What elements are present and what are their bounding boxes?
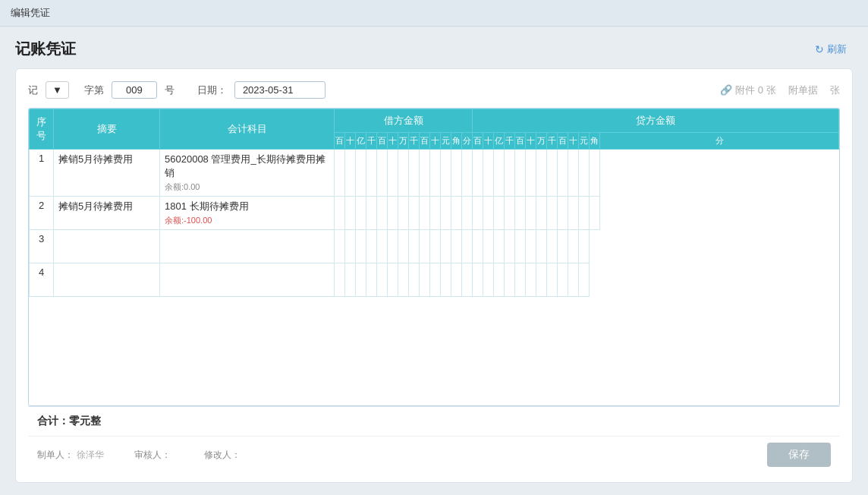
col-debit-header: 借方金额	[335, 109, 473, 133]
row1-subject-name: 56020008 管理费用_长期待摊费用摊销	[165, 153, 329, 180]
debit-digit-bai2: 百	[377, 133, 388, 150]
page-title: 记账凭证	[15, 39, 76, 59]
debit-digit-bai1: 百	[335, 133, 345, 150]
page-header: 记账凭证 ↻ 刷新	[15, 39, 853, 59]
credit-digit-yi: 亿	[494, 133, 505, 150]
voucher-table: 序号 摘要 会计科目 借方金额 贷方金额 百 十 亿 千 百 十	[29, 109, 839, 297]
debit-digit-shi2: 十	[388, 133, 398, 150]
credit-digit-bai1: 百	[473, 133, 483, 150]
row4-summary[interactable]	[54, 263, 160, 297]
voucher-type-dropdown[interactable]: ▼	[46, 81, 69, 99]
credit-digit-qian1: 千	[505, 133, 515, 150]
total-row: 合计：零元整	[28, 406, 840, 436]
credit-digit-bai3: 百	[558, 133, 568, 150]
credit-digit-shi1: 十	[483, 133, 494, 150]
debit-digit-jiao: 角	[451, 133, 462, 150]
date-label: 日期：	[197, 84, 227, 97]
debit-digit-yi: 亿	[356, 133, 366, 150]
total-label: 合计：零元整	[37, 415, 101, 427]
debit-digit-qian1: 千	[366, 133, 377, 150]
debit-digit-wan: 万	[398, 133, 409, 150]
modifier-item: 修改人：	[204, 449, 244, 462]
row1-summary[interactable]: 摊销5月待摊费用	[54, 150, 160, 197]
col-summary-header: 摘要	[54, 109, 160, 150]
fudanjv-link[interactable]: 附单据	[788, 84, 818, 97]
creator-item: 制单人： 徐泽华	[37, 449, 104, 462]
row3-seq: 3	[30, 230, 54, 263]
attach-count: 0	[758, 84, 763, 96]
creator-label: 制单人：	[37, 449, 74, 462]
row2-subject[interactable]: 1801 长期待摊费用 余额:-100.00	[160, 197, 335, 230]
credit-digit-jiao: 角	[590, 133, 600, 150]
row3-subject[interactable]	[160, 230, 335, 263]
row1-subject[interactable]: 56020008 管理费用_长期待摊费用摊销 余额:0.00	[160, 150, 335, 197]
credit-digit-fen: 分	[600, 133, 839, 150]
footer-row: 制单人： 徐泽华 审核人： 修改人： 保存	[28, 436, 840, 470]
row1-balance: 余额:0.00	[165, 181, 329, 193]
attach-zhang: 张	[766, 84, 776, 97]
credit-digit-wan: 万	[536, 133, 547, 150]
table-row: 2 摊销5月待摊费用 1801 长期待摊费用 余额:-100.00	[30, 197, 839, 230]
col-credit-header: 贷方金额	[473, 109, 839, 133]
creator-value: 徐泽华	[77, 449, 104, 462]
zhang-text: 张	[830, 84, 840, 97]
hao-label: 号	[165, 84, 175, 97]
attach-icon: 🔗	[720, 84, 732, 96]
credit-digit-shi2: 十	[526, 133, 536, 150]
debit-digit-yuan: 元	[441, 133, 451, 150]
refresh-icon: ↻	[815, 43, 824, 55]
row2-seq: 2	[30, 197, 54, 230]
attach-link[interactable]: 🔗 附件 0 张	[720, 84, 776, 97]
debit-digit-shi3: 十	[430, 133, 441, 150]
refresh-label: 刷新	[827, 43, 847, 56]
credit-digit-yuan: 元	[579, 133, 590, 150]
auditor-label: 审核人：	[134, 449, 171, 462]
table-row: 4	[30, 263, 839, 297]
table-row: 3	[30, 230, 839, 263]
zi-label: 字第	[84, 84, 104, 97]
table-row: 1 摊销5月待摊费用 56020008 管理费用_长期待摊费用摊销 余额:0.0…	[30, 150, 839, 197]
refresh-button[interactable]: ↻ 刷新	[809, 39, 853, 59]
row3-summary[interactable]	[54, 230, 160, 263]
credit-digit-qian2: 千	[547, 133, 558, 150]
debit-digit-shi1: 十	[345, 133, 356, 150]
voucher-controls: 记 ▼ 字第 号 日期： 🔗 附件 0 张 附单据 张	[28, 81, 840, 99]
row2-summary[interactable]: 摊销5月待摊费用	[54, 197, 160, 230]
row2-balance: 余额:-100.00	[165, 215, 329, 226]
row4-seq: 4	[30, 263, 54, 297]
window-title: 编辑凭证	[11, 7, 50, 18]
save-btn-wrap: 保存	[767, 443, 831, 467]
voucher-card: 记 ▼ 字第 号 日期： 🔗 附件 0 张 附单据 张	[15, 68, 853, 483]
debit-digit-fen: 分	[462, 133, 473, 150]
credit-digit-bai2: 百	[515, 133, 526, 150]
attach-label: 附件	[735, 84, 755, 97]
window: 编辑凭证 记账凭证 ↻ 刷新 记 ▼ 字第 号 日期：	[0, 0, 868, 495]
col-seq-header: 序号	[30, 109, 54, 150]
modifier-label: 修改人：	[204, 449, 241, 462]
main-content: 记账凭证 ↻ 刷新 记 ▼ 字第 号 日期： 🔗	[0, 27, 868, 495]
type-label: 记	[28, 84, 38, 97]
zi-input[interactable]	[112, 81, 157, 99]
row1-seq: 1	[30, 150, 54, 197]
row4-subject[interactable]	[160, 263, 335, 297]
debit-digit-qian2: 千	[409, 133, 420, 150]
title-bar: 编辑凭证	[0, 0, 868, 27]
debit-digit-bai3: 百	[420, 133, 430, 150]
date-input[interactable]	[234, 81, 326, 99]
dropdown-arrow-icon: ▼	[52, 84, 62, 96]
col-subject-header: 会计科目	[160, 109, 335, 150]
credit-digit-shi3: 十	[568, 133, 579, 150]
header-right: 🔗 附件 0 张 附单据 张	[720, 84, 840, 97]
auditor-item: 审核人：	[134, 449, 174, 462]
row2-subject-name: 1801 长期待摊费用	[165, 200, 329, 213]
save-button[interactable]: 保存	[767, 443, 831, 467]
voucher-table-wrap: 序号 摘要 会计科目 借方金额 贷方金额 百 十 亿 千 百 十	[28, 108, 840, 406]
